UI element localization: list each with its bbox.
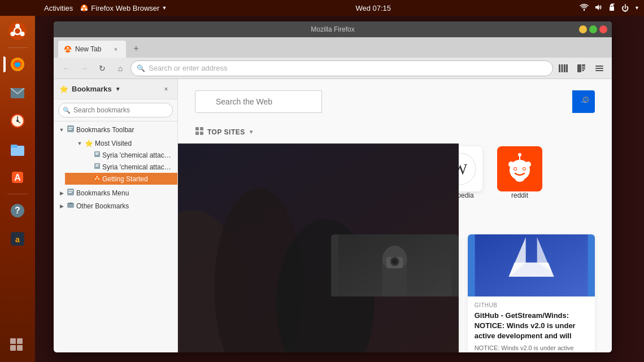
taskbar-help-icon[interactable]: ? xyxy=(6,199,29,223)
syria1-row[interactable]: Syria 'chemical attack': Tr... xyxy=(65,149,177,161)
bookmarks-menu-label: Bookmarks Menu xyxy=(76,189,129,197)
firefox-menu[interactable]: Firefox Web Browser ▼ xyxy=(91,4,167,12)
svg-point-62 xyxy=(95,178,96,180)
svg-point-31 xyxy=(584,9,585,10)
home-button[interactable]: ⌂ xyxy=(112,60,128,76)
svg-rect-52 xyxy=(68,127,73,128)
site-tile-reddit[interactable]: reddit xyxy=(494,146,545,199)
back-button[interactable]: ← xyxy=(58,60,74,76)
taskbar-top xyxy=(0,0,35,16)
system-menu-icon[interactable]: ⏻ xyxy=(621,4,629,12)
main-area: ⭐ Bookmarks ▼ × 🔍 ▼ xyxy=(54,79,612,352)
wifi-icon[interactable] xyxy=(580,3,589,13)
getting-started-label: Getting Started xyxy=(102,175,148,183)
svg-point-80 xyxy=(508,162,514,167)
new-tab-tab[interactable]: New Tab × xyxy=(58,41,126,58)
close-button[interactable]: × xyxy=(599,25,607,33)
svg-point-34 xyxy=(64,46,71,53)
newtab-settings-button[interactable]: ⚙ xyxy=(577,90,595,108)
most-visited-row[interactable]: ▼ ⭐ Most Visited xyxy=(65,138,177,149)
svg-rect-48 xyxy=(595,66,603,67)
svg-rect-24 xyxy=(10,345,16,351)
syria2-row[interactable]: Syria 'chemical attack': Tr... xyxy=(65,161,177,173)
hamburger-menu-button[interactable] xyxy=(591,60,607,76)
window-title: Mozilla Firefox xyxy=(311,25,354,33)
bookmarks-toolbar-row[interactable]: ▼ Bookmarks Toolbar xyxy=(54,123,177,136)
reload-button[interactable]: ↻ xyxy=(94,60,110,76)
bookmarks-menu-toggle: ▶ xyxy=(58,190,65,197)
svg-text:a: a xyxy=(15,235,20,244)
svg-rect-56 xyxy=(95,154,98,155)
getting-started-row[interactable]: Getting Started xyxy=(65,173,177,185)
toolbar-label: Bookmarks Toolbar xyxy=(76,126,134,134)
reader-view-button[interactable] xyxy=(573,60,589,76)
toolbar-toggle: ▼ xyxy=(58,127,65,133)
search-input-wrap: 🔍 xyxy=(195,90,572,113)
syria1-icon xyxy=(94,151,101,159)
gear-icon: ⚙ xyxy=(582,94,590,105)
taskbar-clock-icon[interactable] xyxy=(6,109,29,133)
new-tab-inner: ⚙ 🔍 → xyxy=(195,90,595,352)
taskbar-show-apps-icon[interactable] xyxy=(6,334,29,357)
most-visited-label: Most Visited xyxy=(95,139,132,147)
tab-close-button[interactable]: × xyxy=(111,45,120,54)
svg-rect-23 xyxy=(17,338,23,344)
taskbar-ubuntu-icon[interactable] xyxy=(6,19,29,43)
most-visited-item: ▼ ⭐ Most Visited Syri xyxy=(54,136,177,186)
svg-rect-40 xyxy=(562,64,563,72)
navigation-bar: ← → ↻ ⌂ 🔍 Search or enter address xyxy=(54,58,612,79)
other-bookmarks-row[interactable]: ▶ Other Bookmarks xyxy=(54,199,177,212)
svg-point-84 xyxy=(515,176,524,182)
new-tab-button[interactable]: + xyxy=(128,41,144,56)
minimize-button[interactable]: _ xyxy=(579,25,587,33)
svg-rect-93 xyxy=(382,265,407,296)
svg-rect-55 xyxy=(95,152,99,154)
newtab-search-input[interactable] xyxy=(195,90,322,113)
svg-marker-32 xyxy=(595,5,599,10)
svg-point-85 xyxy=(514,168,516,170)
taskbar-amazon-icon[interactable]: a xyxy=(6,227,29,251)
highlight-card-winds[interactable]: GITHUB GitHub - GetStream/Winds: NOTICE:… xyxy=(468,234,595,352)
sidebar-close-button[interactable]: × xyxy=(160,84,172,95)
titlebar: Mozilla Firefox _ □ × xyxy=(54,21,612,37)
activities-button[interactable]: Activities xyxy=(40,4,77,12)
svg-point-96 xyxy=(392,259,398,264)
bookmarks-menu-row[interactable]: ▶ Bookmarks Menu xyxy=(54,186,177,199)
maximize-button[interactable]: □ xyxy=(589,25,597,33)
app-menu-arrow: ▼ xyxy=(162,5,167,11)
svg-rect-49 xyxy=(595,68,603,69)
address-text: Search or enter address xyxy=(149,64,227,72)
getting-started-toggle xyxy=(85,176,92,182)
svg-rect-50 xyxy=(595,70,603,71)
reddit-label: reddit xyxy=(511,191,528,199)
taskbar-files-icon[interactable] xyxy=(6,137,29,161)
svg-point-83 xyxy=(518,153,521,156)
forward-button[interactable]: → xyxy=(76,60,92,76)
svg-rect-45 xyxy=(582,67,585,68)
bookmarks-title-button[interactable]: ⭐ Bookmarks ▼ xyxy=(59,85,121,93)
svg-point-37 xyxy=(69,50,71,51)
svg-rect-53 xyxy=(68,129,72,130)
highlights-grid: BBC Syria 'chemical attack': Trump cance… xyxy=(195,234,595,352)
svg-rect-44 xyxy=(582,64,585,66)
library-button[interactable] xyxy=(555,60,571,76)
highlight-card-bbc-syria[interactable]: BBC Syria 'chemical attack': Trump cance… xyxy=(195,234,322,352)
card-source-winds: GITHUB xyxy=(475,302,588,308)
tab-bar: New Tab × + xyxy=(54,37,612,58)
svg-point-69 xyxy=(70,202,71,203)
svg-rect-47 xyxy=(582,70,584,71)
time-display: Wed 07:15 xyxy=(355,4,391,12)
taskbar-software-icon[interactable]: A xyxy=(6,165,29,189)
address-bar[interactable]: 🔍 Search or enter address xyxy=(130,60,553,76)
syria1-toggle xyxy=(85,152,92,159)
svg-rect-22 xyxy=(10,338,16,344)
taskbar-firefox-icon[interactable] xyxy=(6,53,29,76)
bookmarks-search-input[interactable] xyxy=(58,103,173,117)
volume-icon[interactable] xyxy=(594,3,602,13)
bookmarks-menu-icon xyxy=(67,188,75,198)
bookmarks-sidebar: ⭐ Bookmarks ▼ × 🔍 ▼ xyxy=(54,79,178,352)
taskbar-mail-icon[interactable] xyxy=(6,81,29,104)
system-tray: ⏻ ▼ xyxy=(580,3,639,13)
svg-rect-25 xyxy=(17,345,23,351)
lock-icon[interactable] xyxy=(608,3,616,13)
